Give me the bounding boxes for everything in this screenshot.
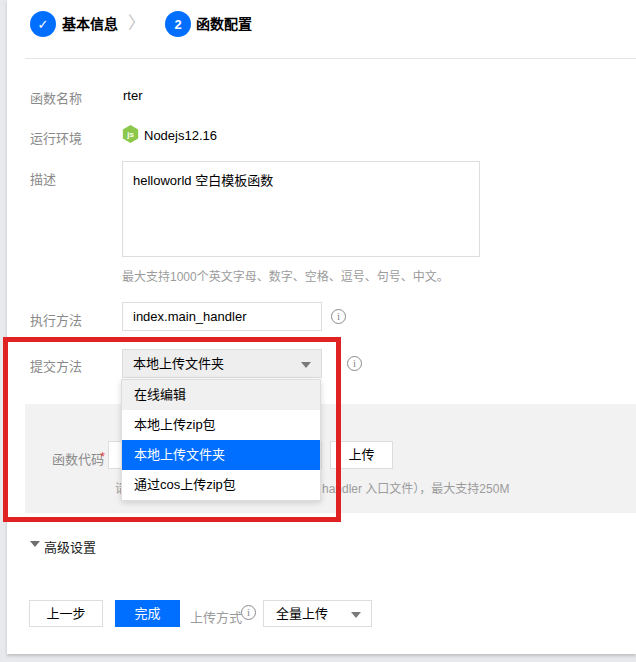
submit-method-selected-value: 本地上传文件夹 [133,356,224,371]
runtime-value: Nodejs12.16 [144,128,217,143]
submit-method-dropdown: 在线编辑 本地上传zip包 本地上传文件夹 通过cos上传zip包 [121,379,321,501]
step1-complete-icon: ✓ [30,11,56,37]
dropdown-option-online-edit[interactable]: 在线编辑 [122,380,320,410]
description-textarea[interactable]: helloworld 空白模板函数 [122,161,480,257]
chevron-down-icon [351,612,361,618]
description-label: 描述 [30,169,56,188]
description-help-text: 最大支持1000个英文字母、数字、空格、逗号、句号、中文。 [122,267,449,284]
submit-method-info-icon[interactable]: i [347,356,362,371]
dropdown-option-local-folder[interactable]: 本地上传文件夹 [122,440,320,470]
upload-mode-selected-value: 全量上传 [276,606,328,621]
upload-button[interactable]: 上传 [330,441,393,469]
handler-info-icon[interactable]: i [331,309,346,324]
function-name-value: rter [123,88,143,103]
dropdown-option-cos-zip[interactable]: 通过cos上传zip包 [122,470,320,500]
advanced-settings-toggle[interactable]: 高级设置 [44,537,96,556]
chevron-right-icon: 〉 [128,11,145,37]
step2-number-badge: 2 [165,11,191,37]
code-help-text: handler 入口文件），最大支持250M [322,479,509,496]
finish-button[interactable]: 完成 [115,600,180,627]
runtime-label: 运行环境 [30,128,82,147]
chevron-down-icon [301,362,311,368]
upload-mode-info-icon[interactable]: i [241,605,256,620]
handler-input[interactable] [122,302,322,331]
step1-label: 基本信息 [62,11,118,37]
previous-step-button[interactable]: 上一步 [29,600,103,627]
submit-method-label: 提交方法 [30,356,82,375]
dropdown-option-local-zip[interactable]: 本地上传zip包 [122,410,320,440]
advanced-settings-collapse-icon [30,541,40,547]
required-asterisk: * [100,449,105,464]
upload-mode-select[interactable]: 全量上传 [263,600,372,627]
function-name-label: 函数名称 [30,88,82,107]
step2-label: 函数配置 [196,11,252,37]
function-code-label: 函数代码 [52,449,104,468]
upload-mode-label: 上传方式 [190,607,242,626]
submit-method-select[interactable]: 本地上传文件夹 [122,349,322,378]
check-icon: ✓ [38,17,49,32]
handler-label: 执行方法 [30,310,82,329]
header-divider [25,58,636,59]
